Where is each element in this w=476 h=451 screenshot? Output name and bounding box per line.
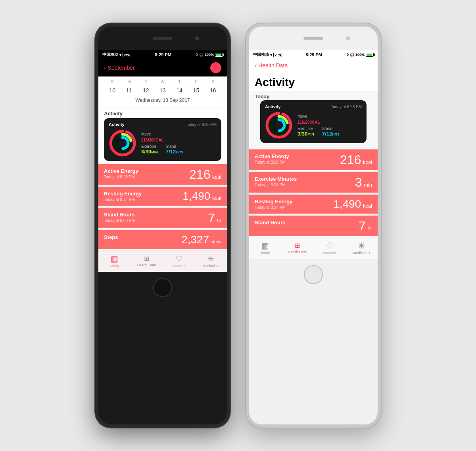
day-mon: M bbox=[121, 80, 137, 84]
calendar-days-header: S M T W T F S bbox=[104, 80, 221, 84]
activity-card-time: Today at 8:28 PM bbox=[186, 122, 217, 127]
move-label: Move bbox=[141, 132, 217, 136]
status-left: 中国移动 ▾ VPN bbox=[102, 52, 131, 57]
cal-date-10[interactable]: 10 bbox=[104, 86, 121, 95]
metric-value-container: 216 kcal bbox=[189, 168, 221, 181]
cal-date-13[interactable]: 13 bbox=[154, 86, 171, 95]
tab-medical-id-label: Medical ID bbox=[202, 264, 219, 268]
activity-card-dark[interactable]: Activity Today at 8:28 PM bbox=[104, 118, 221, 161]
tab-sources-white[interactable]: ♡ Sources bbox=[313, 242, 345, 255]
speaker bbox=[153, 37, 173, 40]
activity-rings-white bbox=[265, 111, 293, 139]
metric-exercise-minutes[interactable]: Exercise Minutes Today at 6:08 PM 3 min bbox=[249, 172, 378, 193]
tab-medical-id[interactable]: ✳ Medical ID bbox=[195, 255, 227, 268]
metric-value-em: 3 bbox=[355, 175, 362, 189]
camera bbox=[195, 36, 199, 40]
metric-value-container: 7 hr bbox=[208, 212, 221, 224]
tab-today-label-white: Today bbox=[260, 251, 270, 255]
metric-timestamp-ae: Today at 8:28 PM bbox=[255, 160, 289, 164]
exercise-value-white: 3/30MIN bbox=[298, 131, 314, 137]
exercise-value: 3/30MIN bbox=[141, 149, 158, 155]
metric-timestamp: Today at 8:28 PM bbox=[104, 175, 138, 179]
tab-sources[interactable]: ♡ Sources bbox=[163, 255, 195, 268]
metric-value-container: 1,490 kcal bbox=[182, 191, 221, 202]
carrier: 中国移动 bbox=[102, 52, 118, 57]
cal-date-15[interactable]: 15 bbox=[188, 86, 204, 95]
metric-stand-hours[interactable]: Stand Hours Today at 8:00 PM 7 hr bbox=[98, 208, 227, 228]
vpn-badge-white: VPN bbox=[273, 53, 282, 57]
day-wed: W bbox=[154, 80, 171, 84]
back-button[interactable]: ‹ September bbox=[104, 65, 135, 71]
metric-unit: kcal bbox=[212, 174, 221, 180]
medical-id-icon-white: ✳ bbox=[358, 242, 365, 250]
tab-bar-dark: ▦ Today ⊞ Health Data ♡ Sources ✳ Medica… bbox=[98, 250, 227, 272]
metric-value-container: 2,327 steps bbox=[181, 234, 221, 245]
back-label: September bbox=[107, 65, 134, 71]
activity-card-white-wrapper: Activity Today at 8:28 PM bbox=[249, 100, 378, 149]
metric-active-energy[interactable]: Active Energy Today at 8:28 PM 216 kcal bbox=[98, 164, 227, 185]
metric-name: Resting Energy bbox=[104, 191, 142, 197]
battery-percent-white: 100% bbox=[355, 53, 365, 57]
status-right-white: ☽ 🎧 100% bbox=[345, 53, 374, 57]
metric-value: 7 bbox=[208, 211, 215, 225]
page-title-section: Activity bbox=[249, 72, 378, 91]
metric-name-ae: Active Energy bbox=[255, 153, 289, 159]
battery-percent: 100% bbox=[205, 53, 214, 57]
tab-medical-id-white[interactable]: ✳ Medical ID bbox=[345, 242, 378, 255]
phone-top-bar-white bbox=[249, 27, 378, 50]
day-thu: T bbox=[171, 80, 188, 84]
metric-name-re: Resting Energy bbox=[255, 199, 292, 204]
dark-screen: 中国移动 ▾ VPN 8:29 PM ☽ 🎧 100% ‹ September bbox=[98, 50, 227, 272]
cal-date-11[interactable]: 11 bbox=[121, 86, 137, 95]
moon-icon-white: ☽ bbox=[345, 53, 349, 57]
home-button[interactable] bbox=[153, 278, 172, 297]
metric-resting-energy[interactable]: Resting Energy Today at 8:14 PM 1,490 kc… bbox=[98, 187, 227, 206]
metric-unit: hr bbox=[217, 218, 221, 224]
metric-active-energy-white[interactable]: Active Energy Today at 8:28 PM 216 kcal bbox=[249, 149, 378, 170]
move-value: 216/200CAL bbox=[141, 136, 217, 143]
exercise-label-white: Exercise bbox=[298, 126, 314, 131]
today-section-label: Today bbox=[249, 91, 378, 100]
tab-today-white[interactable]: ▦ Today bbox=[249, 242, 281, 255]
metric-name-sh: Stand Hours bbox=[255, 220, 285, 226]
metric-resting-energy-white[interactable]: Resting Energy Today at 8:14 PM 1,490 kc… bbox=[249, 195, 378, 214]
metric-value-ae: 216 bbox=[340, 153, 361, 167]
activity-card-time-white: Today at 8:28 PM bbox=[331, 105, 362, 109]
tab-health-data[interactable]: ⊞ Health Data bbox=[131, 256, 163, 267]
section-label-activity: Activity bbox=[98, 109, 227, 118]
day-sat: S bbox=[205, 80, 221, 84]
stand-value-white: 7/12HRS bbox=[322, 131, 340, 137]
tab-health-data-white[interactable]: ⊞ Health Data bbox=[281, 243, 313, 254]
calendar-dates: 10 11 12 13 14 15 16 bbox=[104, 86, 221, 95]
battery-icon bbox=[215, 53, 223, 57]
metric-steps[interactable]: Steps 2,327 steps bbox=[98, 230, 227, 249]
moon-icon: ☽ bbox=[195, 53, 198, 57]
metric-unit-re: kcal bbox=[363, 203, 372, 209]
cal-date-12[interactable]: 12 bbox=[138, 86, 154, 95]
chevron-left-icon-white: ‹ bbox=[255, 62, 257, 69]
cal-date-14[interactable]: 14 bbox=[171, 86, 188, 95]
activity-card-title: Activity bbox=[109, 122, 125, 127]
status-time: 8:29 PM bbox=[155, 52, 171, 57]
white-screen: 中国移动 ▾ VPN 8:29 PM ☽ 🎧 100% ‹ Health Dat… bbox=[249, 50, 378, 259]
tab-today[interactable]: ▦ Today bbox=[98, 255, 131, 268]
back-button-white[interactable]: ‹ Health Data bbox=[255, 62, 288, 69]
home-button-area bbox=[98, 272, 227, 304]
cal-date-16[interactable]: 16 bbox=[205, 86, 221, 95]
headphone-icon: 🎧 bbox=[199, 53, 203, 57]
camera-white bbox=[346, 36, 350, 40]
activity-stats: Move 216/200CAL Exercise 3/30MIN bbox=[141, 132, 217, 155]
medical-id-icon: ✳ bbox=[207, 255, 214, 263]
user-avatar[interactable] bbox=[210, 62, 221, 73]
metric-value-re: 1,490 bbox=[333, 198, 361, 210]
exercise-stand-row-white: Exercise 3/30MIN Stand 7/12HRS bbox=[298, 126, 362, 137]
activity-card-white[interactable]: Activity Today at 8:28 PM bbox=[260, 100, 367, 143]
metric-stand-hours-white[interactable]: Stand Hours 7 hr bbox=[249, 216, 378, 236]
status-right: ☽ 🎧 100% bbox=[195, 53, 223, 57]
tab-sources-label-white: Sources bbox=[323, 251, 336, 255]
tab-health-data-label-white: Health Data bbox=[288, 250, 307, 254]
home-button-white[interactable] bbox=[304, 265, 323, 284]
stand-stat: Stand 7/12HRS bbox=[166, 144, 183, 155]
metric-timestamp: Today at 8:14 PM bbox=[104, 197, 142, 202]
metric-timestamp-re: Today at 8:14 PM bbox=[255, 205, 292, 210]
